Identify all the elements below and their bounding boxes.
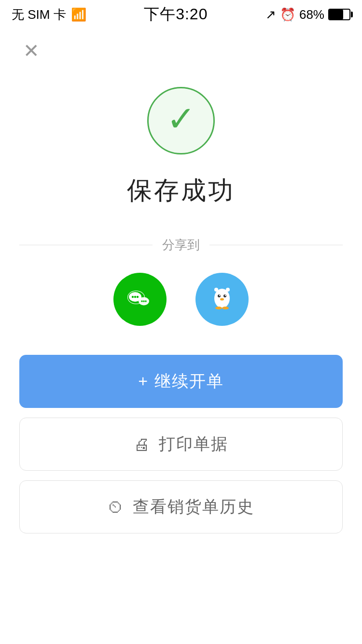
svg-point-15 [220, 298, 224, 301]
continue-order-label: + 继续开单 [138, 370, 223, 392]
svg-point-8 [143, 300, 145, 302]
svg-point-19 [226, 288, 230, 292]
print-button[interactable]: 🖨 打印单据 [19, 418, 343, 471]
close-button[interactable]: ✕ [19, 39, 43, 63]
svg-point-13 [219, 295, 220, 296]
close-icon: ✕ [23, 41, 40, 60]
svg-point-9 [145, 300, 147, 302]
history-button[interactable]: ⏲ 查看销货单历史 [19, 480, 343, 533]
close-button-area: ✕ [0, 29, 362, 72]
share-icons-row [19, 273, 343, 326]
location-icon: ↗ [265, 7, 276, 22]
share-divider-row: 分享到 [19, 237, 343, 253]
svg-point-12 [223, 294, 226, 297]
status-bar: 无 SIM 卡 📶 下午3:20 ↗ ⏰ 68% [0, 0, 362, 29]
status-time: 下午3:20 [144, 4, 208, 25]
status-right: ↗ ⏰ 68% [265, 7, 350, 22]
svg-point-17 [222, 307, 229, 309]
wechat-icon [125, 284, 155, 315]
svg-point-18 [214, 288, 218, 292]
svg-point-3 [132, 296, 134, 298]
battery-text: 68% [299, 7, 324, 22]
share-section: 分享到 [0, 237, 362, 326]
status-left: 无 SIM 卡 📶 [12, 6, 86, 23]
svg-point-11 [218, 294, 221, 297]
continue-order-button[interactable]: + 继续开单 [19, 355, 343, 408]
history-icon: ⏲ [108, 498, 125, 517]
success-title: 保存成功 [127, 174, 235, 208]
svg-point-14 [225, 295, 226, 296]
battery-icon [328, 9, 350, 20]
svg-point-16 [215, 307, 222, 309]
carrier-text: 无 SIM 卡 [12, 6, 66, 23]
history-label: 查看销货单历史 [133, 496, 254, 518]
print-label: 打印单据 [159, 433, 228, 455]
checkmark-icon: ✓ [167, 101, 195, 136]
share-wechat-button[interactable] [113, 273, 167, 326]
svg-point-7 [141, 300, 143, 302]
svg-point-4 [134, 296, 136, 298]
actions-section: + 继续开单 🖨 打印单据 ⏲ 查看销货单历史 [0, 355, 362, 533]
qq-icon [207, 284, 237, 315]
alarm-icon: ⏰ [280, 7, 295, 22]
success-area: ✓ 保存成功 [0, 72, 362, 227]
divider-right [209, 245, 343, 245]
share-qq-button[interactable] [195, 273, 249, 326]
svg-point-5 [137, 296, 139, 298]
battery-fill [329, 10, 343, 19]
divider-left [19, 245, 153, 245]
share-to-label: 分享到 [162, 237, 200, 253]
check-circle: ✓ [147, 87, 215, 154]
print-icon: 🖨 [134, 435, 151, 454]
wifi-icon: 📶 [71, 7, 86, 22]
